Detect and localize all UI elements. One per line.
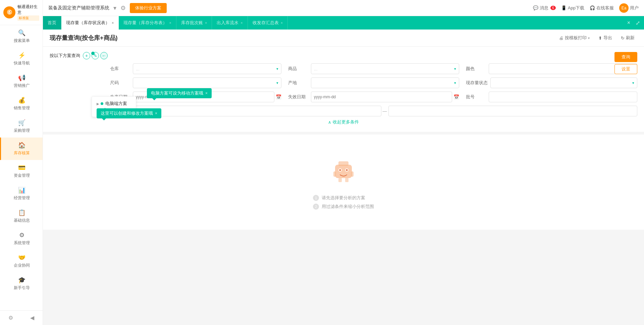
exp-date-group: 📅	[311, 92, 460, 102]
collapse-btn[interactable]: ∧ 收起更多条件	[328, 119, 359, 125]
product-placeholder: ...	[314, 66, 318, 71]
sidebar-item-operations[interactable]: 📊 经营管理	[0, 182, 43, 205]
maximize-btn[interactable]: ⤢	[634, 18, 641, 28]
empty-tip-1: 1 请先选择要分析的方案	[313, 195, 374, 201]
reset-btn[interactable]: 设置	[614, 64, 637, 74]
stock-main-min-input[interactable]	[132, 106, 381, 116]
sidebar-item-system-label: 系统管理	[14, 240, 30, 246]
stock-status-arrow-icon: ▾	[632, 81, 634, 85]
batch-input[interactable]	[489, 92, 637, 102]
logo-text: 畅通通好生意 标准版	[17, 4, 39, 21]
online-support-btn[interactable]: 🎧 在线客服	[590, 5, 614, 11]
filter-area: 按以下方案查询 + ✎ ← ▶ 电脑端方案	[43, 47, 644, 132]
industry-plan-btn[interactable]: 体验行业方案	[130, 3, 167, 13]
tab-batch[interactable]: 库存批次账 ×	[176, 16, 212, 30]
sidebar-item-basicinfo-label: 基础信息	[14, 218, 30, 223]
svg-rect-9	[345, 178, 348, 182]
schema-tree-label-desktop: 电脑端方案	[105, 101, 127, 107]
exp-date-cal-icon[interactable]: 📅	[453, 94, 459, 100]
tab-inout[interactable]: 出入库流水 ×	[212, 16, 248, 30]
sidebar-item-purchase[interactable]: 🛒 采购管理	[0, 115, 43, 138]
tab-batch-label: 库存批次账	[181, 20, 203, 26]
tab-inventory-dist[interactable]: 现存量（库存分布表） ×	[119, 16, 176, 30]
tooltip-create-popup: 这里可以创建和修改方案哦 ×	[97, 108, 161, 118]
size-label: 尺码	[110, 80, 130, 86]
origin-select[interactable]: ▾	[311, 77, 460, 88]
schema-tree-item-desktop[interactable]: ▶ 电脑端方案	[95, 99, 133, 108]
refresh-btn[interactable]: ↻ 刷新	[618, 34, 637, 42]
origin-arrow-icon: ▾	[454, 81, 456, 85]
sidebar-item-enterprise[interactable]: 🤝 企业协同	[0, 250, 43, 272]
tooltip-schema-close-btn[interactable]: ×	[205, 91, 208, 96]
schema-nav-btn[interactable]: ←	[100, 52, 108, 59]
tooltip-create-close-btn[interactable]: ×	[155, 111, 157, 116]
sidebar-item-inventory[interactable]: 🏠 库存核算	[0, 138, 43, 160]
export-btn[interactable]: ⬆ 导出	[596, 34, 615, 42]
sidebar-item-finance[interactable]: 💳 资金管理	[0, 160, 43, 182]
collapse-arrow-icon: ∧	[328, 120, 331, 125]
origin-label: 产地	[288, 80, 308, 86]
prod-date-cal-icon[interactable]: 📅	[276, 94, 281, 100]
template-print-btn[interactable]: 🖨 按模板打印 ▾	[556, 34, 592, 42]
filter-row-origin: 产地 ▾	[288, 77, 460, 88]
product-select[interactable]: ... ▾	[311, 63, 460, 74]
svg-point-4	[339, 169, 341, 171]
settings-bottom-btn[interactable]: ⚙	[8, 315, 13, 321]
tree-expand-arrow: ▶	[97, 102, 99, 106]
tab-inventory-status-close[interactable]: ×	[112, 21, 114, 25]
tooltip-schema-text: 电脑方案可设为移动方案哦	[151, 90, 203, 96]
product-arrow-icon: ▾	[454, 67, 456, 71]
sidebar-item-system[interactable]: ⚙ 系统管理	[0, 227, 43, 250]
topbar: 装备及固定资产辅助管理系统 ▾ ⚙ 体验行业方案 💬 消息 6 📱 App下载 …	[43, 0, 644, 16]
filter-row-stock-main: 现存量（主） —	[103, 106, 637, 116]
main-area: 装备及固定资产辅助管理系统 ▾ ⚙ 体验行业方案 💬 消息 6 📱 App下载 …	[43, 0, 644, 325]
schema-edit-btn[interactable]: ✎	[92, 52, 99, 59]
tab-inventory-status[interactable]: 现存量（库存状况表） ×	[61, 16, 119, 30]
stock-status-select[interactable]: ▾	[490, 77, 637, 88]
sidebar-item-search[interactable]: 🔍 搜索菜单	[0, 25, 43, 48]
tip2-num: 2	[313, 204, 319, 210]
sidebar-item-search-label: 搜索菜单	[14, 38, 30, 44]
filter-grid-row2: 尺码 ▾ 产地 ▾	[110, 77, 637, 88]
page-content: 现存量查询(按仓库+商品) 🖨 按模板打印 ▾ ⬆ 导出 ↻ 刷新	[43, 30, 644, 325]
tab-collect-close[interactable]: ×	[281, 21, 283, 25]
page-header-actions: 🖨 按模板打印 ▾ ⬆ 导出 ↻ 刷新	[556, 34, 637, 42]
warehouse-select[interactable]: ... ▾	[133, 63, 281, 74]
user-profile-btn[interactable]: Ea 用户	[619, 3, 639, 13]
message-btn[interactable]: 💬 消息 6	[533, 5, 556, 11]
tab-inout-close[interactable]: ×	[240, 21, 243, 25]
settings-gear-btn[interactable]: ⚙	[120, 4, 126, 12]
tab-batch-close[interactable]: ×	[205, 21, 207, 25]
range-separator: —	[383, 109, 387, 114]
finance-icon: 💳	[18, 164, 25, 171]
page-title: 现存量查询(按仓库+商品)	[50, 34, 118, 42]
close-all-tabs-btn[interactable]: ×	[626, 18, 632, 27]
sidebar-item-marketing[interactable]: 📢 营销推广	[0, 70, 43, 93]
sidebar-item-sales[interactable]: 💰 销售管理	[0, 93, 43, 115]
tab-collect-label: 收发存汇总表	[253, 20, 279, 26]
tip1-text: 请先选择要分析的方案	[322, 195, 365, 201]
sidebar-item-guide[interactable]: 🎓 新手引导	[0, 272, 43, 295]
sidebar-item-quicknav[interactable]: ⚡ 快速导航	[0, 48, 43, 70]
collapse-sidebar-btn[interactable]: ◀	[30, 315, 34, 321]
exp-date-input[interactable]	[311, 92, 452, 102]
collapse-btn-label: 收起更多条件	[333, 119, 359, 125]
sidebar-item-quicknav-label: 快速导航	[14, 60, 30, 66]
svg-rect-7	[351, 171, 354, 177]
tab-collect[interactable]: 收发存汇总表 ×	[248, 16, 288, 30]
tab-home[interactable]: 首页	[43, 16, 61, 30]
stock-main-max-input[interactable]	[388, 106, 638, 116]
system-dropdown-btn[interactable]: ▾	[113, 4, 116, 12]
svg-rect-6	[333, 171, 336, 177]
tab-inventory-dist-close[interactable]: ×	[169, 21, 171, 25]
sidebar-item-basicinfo[interactable]: 📋 基础信息	[0, 205, 43, 227]
page-header: 现存量查询(按仓库+商品) 🖨 按模板打印 ▾ ⬆ 导出 ↻ 刷新	[43, 30, 644, 47]
size-select[interactable]: ▾	[133, 77, 281, 88]
query-btn[interactable]: 查询	[614, 52, 637, 62]
exp-date-label: 失效日期	[288, 94, 308, 100]
svg-rect-8	[338, 178, 342, 182]
filter-grid-row1: 仓库 ... ▾ 商品 ... ▾	[110, 63, 637, 74]
tab-inventory-dist-label: 现存量（库存分布表）	[123, 20, 167, 26]
schema-add-btn[interactable]: +	[83, 52, 90, 59]
app-download-btn[interactable]: 📱 App下载	[561, 5, 584, 11]
